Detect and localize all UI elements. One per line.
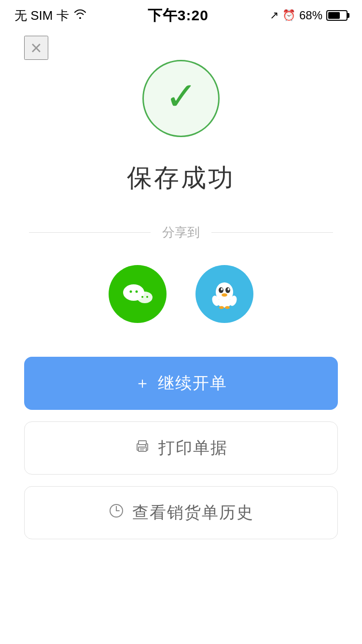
wechat-icon <box>121 277 154 311</box>
share-wechat-button[interactable] <box>109 265 167 323</box>
continue-button[interactable]: ＋ 继续开单 <box>24 357 338 410</box>
qq-icon <box>208 278 241 310</box>
location-icon: ↗ <box>270 9 278 22</box>
battery-percent: 68% <box>299 9 322 22</box>
sim-label: 无 SIM 卡 <box>14 7 69 24</box>
history-icon <box>108 503 125 523</box>
svg-point-22 <box>145 445 147 447</box>
svg-point-2 <box>130 291 132 293</box>
svg-point-11 <box>222 294 227 297</box>
history-button[interactable]: 查看销货单历史 <box>24 486 338 539</box>
divider-line-right <box>211 232 333 233</box>
share-icons <box>109 265 253 323</box>
main-content: ✓ 保存成功 分享到 <box>0 31 362 539</box>
svg-point-3 <box>136 291 138 293</box>
svg-point-9 <box>221 288 223 291</box>
print-label: 打印单据 <box>158 437 228 459</box>
close-icon: × <box>30 38 42 57</box>
svg-point-10 <box>228 288 230 291</box>
svg-point-16 <box>225 306 230 309</box>
status-time: 下午3:20 <box>148 6 209 26</box>
success-circle: ✓ <box>142 60 220 137</box>
svg-point-7 <box>219 287 223 293</box>
divider-line-left <box>29 232 151 233</box>
printer-icon <box>134 438 151 458</box>
continue-label: 继续开单 <box>158 372 227 394</box>
success-title: 保存成功 <box>127 161 235 195</box>
share-divider: 分享到 <box>0 224 362 241</box>
action-buttons: ＋ 继续开单 打印单据 <box>0 357 362 539</box>
wifi-icon <box>74 9 86 22</box>
svg-point-15 <box>219 306 224 309</box>
battery-icon <box>326 10 348 21</box>
share-label: 分享到 <box>151 224 211 241</box>
svg-point-5 <box>146 296 148 298</box>
close-button[interactable]: × <box>24 36 48 60</box>
svg-point-8 <box>225 287 230 293</box>
svg-point-12 <box>218 298 231 308</box>
svg-point-4 <box>141 296 143 298</box>
status-left: 无 SIM 卡 <box>14 7 86 24</box>
svg-point-1 <box>137 292 153 303</box>
status-bar: 无 SIM 卡 下午3:20 ↗ ⏰ 68% <box>0 0 362 31</box>
alarm-icon: ⏰ <box>282 9 295 22</box>
status-right: ↗ ⏰ 68% <box>270 9 348 22</box>
print-button[interactable]: 打印单据 <box>24 421 338 475</box>
svg-rect-18 <box>139 441 146 445</box>
share-qq-button[interactable] <box>195 265 253 323</box>
history-label: 查看销货单历史 <box>132 502 254 524</box>
svg-rect-19 <box>139 447 146 451</box>
plus-icon: ＋ <box>135 373 150 394</box>
checkmark-icon: ✓ <box>165 77 197 116</box>
